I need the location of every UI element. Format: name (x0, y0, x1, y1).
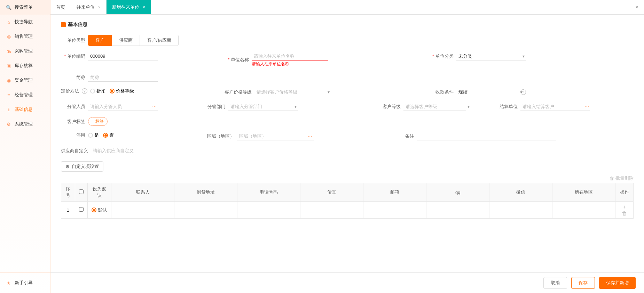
remark-input[interactable] (417, 132, 556, 140)
row-qq[interactable] (426, 202, 489, 219)
no-radio[interactable] (103, 133, 108, 138)
cancel-button[interactable]: 取消 (543, 277, 567, 289)
department-label: 分管部门 (201, 104, 226, 110)
yes-radio[interactable] (88, 133, 93, 138)
save-new-button[interactable]: 保存并新增 (599, 277, 636, 289)
department-group: 分管部门 ▾ (201, 103, 377, 111)
unit-type-row: 单位类型 客户 供应商 客户/供应商 (61, 35, 634, 46)
section-title-icon (61, 22, 66, 27)
address-input[interactable] (178, 206, 234, 214)
sidebar-item-search[interactable]: 🔍 搜索菜单 (0, 0, 50, 15)
settlement-input[interactable] (520, 103, 583, 111)
col-seq-header: 序号 (61, 183, 75, 202)
price-level-radio[interactable] (110, 89, 115, 93)
type-btn-customer[interactable]: 客户 (88, 35, 112, 46)
pricing-method-group: 定价方法 ? 折扣 价格等级 (61, 88, 225, 94)
pricing-discount-option[interactable]: 折扣 (90, 88, 105, 94)
row-fax[interactable] (300, 202, 363, 219)
remark-label: 备注 (390, 133, 414, 139)
manager-input[interactable] (88, 103, 151, 111)
row-ops: ＋ 🗑 (615, 202, 634, 219)
pricing-help-icon[interactable]: ? (82, 88, 87, 94)
window-close-button[interactable]: × (630, 4, 644, 10)
tab-new-counterparty-close[interactable]: × (143, 5, 145, 10)
add-row-icon[interactable]: ＋ (622, 204, 627, 210)
tab-new-counterparty[interactable]: 新增往来单位 × (107, 0, 151, 14)
select-all-checkbox[interactable] (79, 189, 84, 194)
region-input[interactable] (237, 132, 306, 140)
customer-price-label: 客户价格等级 (225, 89, 252, 95)
default-radio[interactable] (92, 207, 96, 212)
qq-input[interactable] (430, 206, 486, 214)
col-address-header: 到货地址 (174, 183, 237, 202)
department-select[interactable]: ▾ (228, 103, 298, 111)
unit-type-label: 单位类型 (61, 37, 85, 43)
region-row-input[interactable] (556, 206, 612, 214)
sidebar-item-operations[interactable]: ≡ 经营管理 (0, 88, 50, 102)
sidebar-item-sales[interactable]: ◎ 销售管理 (0, 29, 50, 44)
add-tag-button[interactable]: + 标签 (88, 117, 108, 126)
short-name-input[interactable] (88, 73, 158, 82)
pricing-level-option[interactable]: 价格等级 (110, 88, 134, 94)
customer-level-select[interactable]: ▾ (403, 103, 466, 111)
sidebar-item-system[interactable]: ⚙ 系统管理 (0, 117, 50, 131)
customer-price-select[interactable]: ▾ (254, 88, 331, 96)
unit-category-input[interactable] (456, 52, 521, 60)
row-region[interactable] (552, 202, 615, 219)
sidebar-item-finance[interactable]: ◉ 资金管理 (0, 73, 50, 88)
tab-counterparty[interactable]: 往来单位 × (71, 0, 107, 14)
sidebar-item-inventory[interactable]: ▣ 库存核算 (0, 58, 50, 73)
search-icon: 🔍 (6, 4, 12, 10)
manager-group: 分管人员 ··· (61, 103, 201, 111)
chevron-down-icon: ▾ (521, 54, 526, 59)
delete-row-icon[interactable]: 🗑 (622, 210, 627, 216)
row-default: 默认 (87, 202, 111, 219)
department-input[interactable] (228, 103, 293, 111)
settlement-select[interactable]: ··· (520, 103, 590, 111)
tab-counterparty-close[interactable]: × (98, 5, 101, 10)
discount-radio[interactable] (90, 89, 95, 93)
row-phone[interactable] (237, 202, 300, 219)
email-input[interactable] (367, 206, 423, 214)
customer-level-input[interactable] (403, 103, 466, 111)
type-btn-both[interactable]: 客户/供应商 (140, 35, 179, 46)
coin-icon: ◉ (6, 77, 12, 83)
payment-terms-input[interactable] (456, 88, 519, 96)
disabled-no-option[interactable]: 否 (103, 132, 114, 138)
wechat-input[interactable] (493, 206, 549, 214)
unit-category-select[interactable]: ▾ (456, 52, 526, 60)
custom-settings-button[interactable]: ⚙ 自定义项设置 (61, 161, 103, 172)
payment-terms-select[interactable]: ▾ (456, 88, 519, 96)
sidebar-item-purchase[interactable]: 🛍 采购管理 (0, 44, 50, 58)
col-ops-header: 操作 (615, 183, 634, 202)
sidebar: 🔍 搜索菜单 ⌂ 快捷导航 ◎ 销售管理 🛍 采购管理 ▣ 库存核算 ◉ 资金管… (0, 0, 50, 293)
save-button[interactable]: 保存 (571, 277, 595, 289)
row-checkbox[interactable] (75, 202, 87, 219)
region-select[interactable]: ··· (237, 132, 314, 140)
sidebar-item-quick-nav[interactable]: ⌂ 快捷导航 (0, 15, 50, 29)
supplier-custom-input[interactable] (91, 147, 195, 155)
region-dots-icon[interactable]: ··· (306, 133, 314, 139)
unit-name-input[interactable] (252, 52, 328, 60)
row-contact[interactable] (111, 202, 174, 219)
phone-input[interactable] (241, 206, 297, 214)
unit-code-input[interactable] (88, 52, 158, 60)
row-default-radio-label[interactable]: 默认 (91, 207, 108, 213)
disabled-yes-option[interactable]: 是 (88, 132, 99, 138)
row-email[interactable] (363, 202, 426, 219)
customer-price-input[interactable] (254, 88, 326, 96)
sidebar-item-basic[interactable]: ℹ 基础信息 (0, 102, 50, 117)
supplier-custom-group: 供应商自定义 (61, 147, 634, 155)
fax-input[interactable] (304, 206, 360, 214)
batch-delete-button[interactable]: 🗑 批量删除 (61, 175, 634, 181)
contact-input[interactable] (115, 206, 171, 214)
sidebar-item-guide[interactable]: ★ 新手引导 (0, 276, 50, 290)
row-address[interactable] (174, 202, 237, 219)
manager-dots-icon[interactable]: ··· (151, 104, 158, 110)
manager-select[interactable]: ··· (88, 103, 158, 111)
row-select-checkbox[interactable] (79, 207, 84, 212)
type-btn-supplier[interactable]: 供应商 (112, 35, 140, 46)
row-wechat[interactable] (489, 202, 552, 219)
tab-home[interactable]: 首页 (50, 0, 71, 14)
settlement-dots-icon[interactable]: ··· (583, 104, 590, 110)
